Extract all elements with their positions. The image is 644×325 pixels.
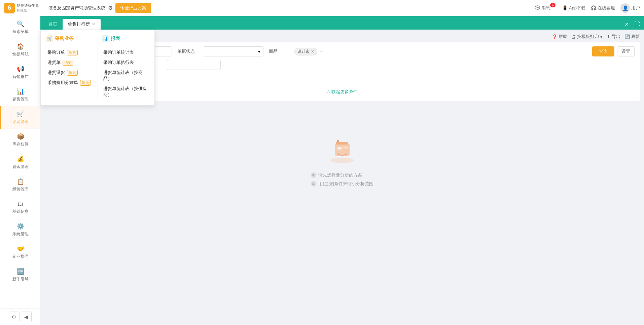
history-badge-2: 历史 [63,60,73,66]
home-icon: 🏠 [17,43,24,50]
sidebar-item-enterprise[interactable]: 🤝 企业协同 [0,241,40,263]
svg-rect-1 [335,144,350,156]
top-bar: 6 畅捷通好生意 标准版 装备及固定资产辅助管理系统 ⚙ 体验行业方案 💬 消息… [0,0,644,16]
report-col-icon: 📊 [102,35,109,42]
sidebar-item-marketing[interactable]: 📢 营销推广 [0,61,40,84]
svg-rect-4 [343,147,348,148]
sidebar-item-quick[interactable]: 🏠 快捷导航 [0,39,40,61]
dropdown-item-inbound[interactable]: 进货单 历史 [46,57,94,68]
dropdown-item-purchase-order[interactable]: 采购订单 历史 [46,47,94,57]
sidebar-label-system: 系统管理 [12,231,29,237]
dropdown-item-return[interactable]: 进货退货 历史 [46,68,94,78]
sidebar-label-enterprise: 企业协同 [12,254,29,259]
goods-tag-text: 设计素 [297,49,310,54]
app-download-item[interactable]: 📱 App下载 [562,5,585,11]
settings-gear-icon[interactable]: ⚙ [108,5,113,11]
salesperson-input[interactable] [167,60,221,70]
history-badge-4: 历史 [80,80,91,86]
sidebar: 🔍 搜索菜单 🏠 快捷导航 📢 营销推广 📊 销售管理 🛒 采购管理 📦 库存核… [0,16,40,325]
tab-close-icon[interactable]: ✕ [92,22,95,27]
tab-maximize-button[interactable]: ⛶ [633,20,641,28]
refresh-button[interactable]: 🔄 刷新 [624,34,640,40]
sidebar-label-quick: 快捷导航 [12,51,29,57]
collapse-label: 收起更多条件 [331,89,358,94]
dropdown-item-inbound-stat-goods[interactable]: 进货单统计表（按商品） [102,68,149,84]
return-label: 进货退货 [47,70,65,76]
message-item[interactable]: 💬 消息 6 [535,5,557,11]
dropdown-item-expense[interactable]: 采购费用分摊单 历史 [46,78,94,88]
tip-text-1: 请先选择要分析的方案 [318,171,362,179]
sidebar-item-finance[interactable]: 💰 资金管理 [0,151,40,174]
tab-sales-rank-label: 销售排行榜 [68,21,90,27]
message-badge: 6 [550,3,556,7]
tab-home[interactable]: 首页 [43,19,63,30]
print-chevron-icon: ▾ [600,34,603,39]
system-title: 装备及固定资产辅助管理系统 [48,5,105,11]
purchase-order-exec-label: 采购订单执行表 [103,59,134,66]
avatar: 👤 [620,3,630,13]
sidebar-item-sales[interactable]: 📊 销售管理 [0,84,40,106]
print-button[interactable]: 🖨 按模板打印 ▾ [571,34,603,40]
tip-num-1: ① [311,172,316,178]
help-button[interactable]: ❓ 帮助 [552,34,567,40]
goods-tag-close[interactable]: ✕ [311,49,314,54]
settings-bottom-icon: ⚙ [12,314,16,320]
sidebar-item-search[interactable]: 🔍 搜索菜单 [0,16,40,39]
sidebar-item-inventory[interactable]: 📦 库存核算 [0,129,40,151]
logo-line2: 标准版 [17,8,39,13]
purchase-order-stat-label: 采购订单统计表 [103,49,134,55]
help-label: 帮助 [559,34,567,40]
sidebar-label-operations: 经营管理 [12,187,29,192]
history-badge-1: 历史 [67,50,78,55]
collapse-icon: ◀ [24,314,28,320]
top-right: 💬 消息 6 📱 App下载 🎧 在线客服 👤 用户 [535,3,640,13]
inbound-label: 进货单 [47,59,61,66]
print-label: 按模板打印 [577,34,599,40]
logo-text-area: 畅捷通好生意 标准版 [17,3,39,12]
goods-label: 商品 [269,48,289,54]
empty-tip-1: ① 请先选择要分析的方案 [311,171,373,179]
sidebar-label-purchase: 采购管理 [12,119,29,125]
tab-close-button[interactable]: ✕ [622,20,631,28]
empty-tips: ① 请先选择要分析的方案 ② 用[过滤]条件来缩小分析范围 [311,171,373,188]
settings-filter-button[interactable]: 设置 [617,46,635,56]
phone-icon: 📱 [562,5,568,10]
sidebar-label-finance: 资金管理 [12,164,29,170]
salesperson-filter: ··· [167,60,225,70]
doc-status-select[interactable]: ▾ [203,46,263,56]
purchase-col-title: 🛒 采购业务 [46,35,94,43]
user-item[interactable]: 👤 用户 [620,3,640,13]
industry-button[interactable]: 体验行业方案 [115,3,151,13]
doc-status-label: 单据状态 [177,48,198,54]
dropdown-item-purchase-order-stat[interactable]: 采购订单统计表 [102,47,149,57]
report-col: 📊 报表 采购订单统计表 采购订单执行表 进货单统计表（按商品） 进货单统计表（… [102,35,149,100]
folder-icon: 🗂 [17,200,24,207]
settings-button[interactable]: ⚙ [9,312,20,322]
history-badge-3: 历史 [67,70,78,76]
message-icon: 💬 [535,5,540,10]
sidebar-item-system[interactable]: ⚙️ 系统管理 [0,218,40,241]
collapse-icon: ∧ [327,89,330,94]
tab-home-label: 首页 [48,21,57,27]
salesperson-more[interactable]: ··· [222,63,225,67]
sidebar-item-basic[interactable]: 🗂 基础信息 [0,196,40,218]
sidebar-item-guide[interactable]: 🆕 新手引导 [0,263,40,286]
collapse-button[interactable]: ◀ [21,312,32,322]
dropdown-item-purchase-order-exec[interactable]: 采购订单执行表 [102,57,149,68]
purchase-dropdown-menu: 🛒 采购业务 采购订单 历史 进货单 历史 进货退货 历史 采购费用分摊单 历史 [40,30,155,106]
goods-more[interactable]: ··· [319,49,322,54]
export-icon: ⬆ [607,34,610,39]
headset-icon: 🎧 [591,5,596,10]
export-button[interactable]: ⬆ 导出 [607,34,620,40]
goods-filter: 设计素 ✕ ··· [294,48,322,55]
svg-point-6 [337,140,339,142]
sidebar-item-operations[interactable]: 📋 经营管理 [0,174,40,196]
sidebar-label-marketing: 营销推广 [12,74,29,80]
dropdown-item-inbound-stat-supplier[interactable]: 进货单统计表（按供应商） [102,84,149,100]
online-service-item[interactable]: 🎧 在线客服 [591,5,615,11]
tab-sales-rank[interactable]: 销售排行榜 ✕ [63,19,101,30]
sidebar-item-purchase[interactable]: 🛒 采购管理 [0,106,40,129]
goods-tag[interactable]: 设计素 ✕ [294,48,317,55]
sidebar-label-sales: 销售管理 [12,96,29,102]
query-button[interactable]: 查询 [592,46,614,56]
